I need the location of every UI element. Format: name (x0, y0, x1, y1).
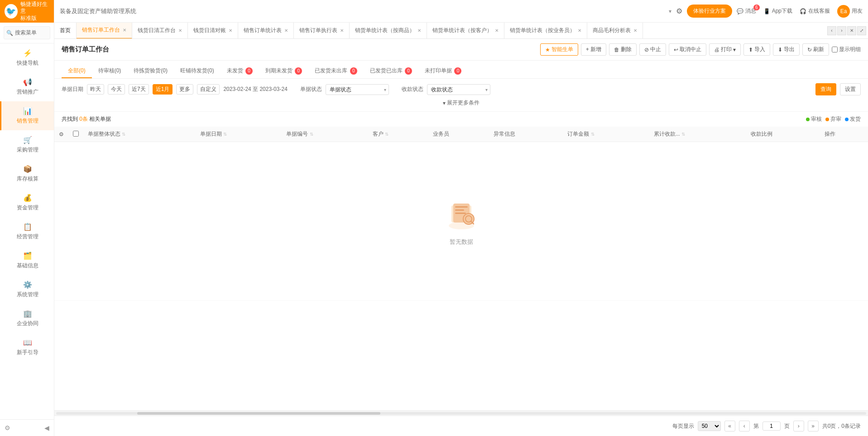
show-detail-checkbox-label[interactable]: 显示明细 (832, 46, 861, 53)
th-checkbox[interactable] (68, 127, 83, 142)
tab-sales-exec[interactable]: 销售订单执行表 ✕ (294, 23, 350, 39)
horizontal-scrollbar[interactable] (54, 410, 868, 416)
tab-sales-by-product[interactable]: 销货单统计表（按商品） ✕ (350, 23, 427, 39)
search-menu-button[interactable]: 🔍 搜索菜单 (4, 26, 50, 39)
sub-tab-not-shipped[interactable]: 未发货 0 (221, 64, 259, 78)
solution-button[interactable]: 体验行业方案 (687, 5, 732, 18)
tab-home[interactable]: 首页 (54, 23, 77, 39)
tab-gross-profit-close-icon[interactable]: ✕ (633, 28, 637, 33)
sidebar-item-enterprise[interactable]: 🏢 企业协同 (0, 304, 54, 333)
show-detail-checkbox[interactable] (832, 47, 838, 52)
logo-line2: 标准版 (20, 15, 49, 22)
date-custom-button[interactable]: 自定义 (197, 84, 220, 95)
date-today-button[interactable]: 今天 (108, 84, 125, 95)
select-all-checkbox[interactable] (73, 131, 79, 137)
quicknav-icon: ⚡ (23, 49, 32, 57)
tab-next-button[interactable]: › (837, 26, 846, 35)
collected-sort-icon[interactable]: ⇅ (681, 132, 685, 137)
tab-cash-reconcile[interactable]: 钱货日清对账 ✕ (188, 23, 238, 39)
tab-sales-workbench[interactable]: 销售订单工作台 ✕ (77, 23, 132, 39)
sidebar-item-guide[interactable]: 📖 新手引导 (0, 333, 54, 362)
sub-tab-wangpu[interactable]: 旺铺待发货(0) (174, 64, 221, 78)
sidebar-item-operations[interactable]: 📋 经营管理 (0, 217, 54, 246)
tab-sales-workbench-close-icon[interactable]: ✕ (123, 28, 126, 33)
status-select[interactable]: 单据状态 (326, 84, 389, 95)
tab-sales-by-staff[interactable]: 销货单统计表（按业务员） ✕ (504, 23, 587, 39)
tab-cash-daily[interactable]: 钱货日清工作台 ✕ (132, 23, 188, 39)
sidebar-item-system[interactable]: ⚙️ 系统管理 (0, 275, 54, 304)
refresh-button[interactable]: ↻ 刷新 (802, 43, 829, 56)
print-button[interactable]: 🖨 打印 ▾ (709, 43, 741, 56)
tab-prev-button[interactable]: ‹ (827, 26, 836, 35)
sub-tab-all-label: 全部(0) (68, 67, 86, 74)
tab-sales-by-staff-close-icon[interactable]: ✕ (578, 28, 581, 33)
filter-settings-button[interactable]: 设置 (840, 83, 861, 95)
service-button[interactable]: 🎧 在线客服 (800, 7, 830, 15)
batch-ship-button[interactable]: 发货 (845, 115, 861, 123)
sub-tab-all[interactable]: 全部(0) (62, 64, 92, 78)
tab-sales-by-customer-close-icon[interactable]: ✕ (495, 28, 499, 33)
smart-create-button[interactable]: ★ 智能生单 (540, 43, 578, 56)
prev-page-button[interactable]: ‹ (739, 421, 750, 431)
batch-review-button[interactable]: 审核 (806, 115, 822, 123)
first-page-button[interactable]: « (724, 421, 735, 431)
date-yesterday-button[interactable]: 昨天 (87, 84, 104, 95)
tab-sales-by-product-close-icon[interactable]: ✕ (417, 28, 421, 33)
sub-tab-pending-review[interactable]: 待审核(0) (92, 64, 128, 78)
tab-sales-by-customer[interactable]: 销货单统计表（按客户） ✕ (427, 23, 504, 39)
sidebar-item-inventory[interactable]: 📦 库存核算 (0, 159, 54, 188)
system-title-chevron-icon[interactable]: ▾ (669, 8, 671, 14)
date-month-button[interactable]: 近1月 (153, 84, 173, 95)
message-button[interactable]: 💬 消息 6 (737, 7, 756, 15)
number-sort-icon[interactable]: ⇅ (310, 132, 313, 137)
sidebar-item-marketing[interactable]: 📢 营销推广 (0, 72, 54, 101)
sidebar-collapse-button[interactable]: ◀ (44, 424, 49, 431)
sidebar-settings-button[interactable]: ⚙ (5, 424, 10, 431)
sub-tab-pending-inspect[interactable]: 待拣货验货(0) (127, 64, 174, 78)
query-button[interactable]: 查询 (815, 83, 836, 95)
batch-anti-review-button[interactable]: 弃审 (825, 115, 841, 123)
payment-select[interactable]: 收款状态 (427, 84, 490, 95)
empty-text: 暂无数据 (450, 238, 473, 246)
th-config[interactable]: ⚙ (54, 127, 68, 142)
tab-fullscreen-button[interactable]: ⤢ (857, 26, 866, 35)
tab-sales-stats[interactable]: 销售订单统计表 ✕ (238, 23, 294, 39)
next-page-button[interactable]: › (793, 421, 804, 431)
sidebar-item-purchase[interactable]: 🛒 采购管理 (0, 130, 54, 159)
import-button[interactable]: ⬆ 导入 (743, 43, 770, 56)
delete-button[interactable]: 🗑 删除 (609, 43, 637, 56)
date-sort-icon[interactable]: ⇅ (223, 132, 227, 137)
tab-cash-daily-close-icon[interactable]: ✕ (178, 28, 182, 33)
sidebar-item-finance[interactable]: 💰 资金管理 (0, 188, 54, 217)
new-button[interactable]: + 新增 (581, 43, 606, 56)
sidebar-item-base[interactable]: 🗂️ 基础信息 (0, 246, 54, 275)
tab-sales-stats-close-icon[interactable]: ✕ (284, 28, 288, 33)
page-input[interactable] (762, 422, 781, 431)
sidebar-item-quicknav[interactable]: ⚡ 快捷导航 (0, 43, 54, 72)
sidebar-item-sales[interactable]: 📊 销售管理 (0, 101, 54, 130)
page-size-select[interactable]: 20 50 100 (698, 421, 721, 431)
app-download-button[interactable]: 📱 App下载 (763, 7, 792, 15)
expand-filter-button[interactable]: ▾ 展开更多条件 (443, 99, 480, 107)
tab-gross-profit[interactable]: 商品毛利分析表 ✕ (587, 23, 643, 39)
tab-close-all-button[interactable]: ✕ (847, 26, 856, 35)
topbar-gear-icon[interactable]: ⚙ (676, 7, 682, 15)
date-more-button[interactable]: 更多 (176, 84, 193, 95)
scrollbar-thumb[interactable] (137, 412, 380, 415)
cancel-stop-button[interactable]: ↩ 取消中止 (669, 43, 706, 56)
export-button[interactable]: ⬇ 导出 (773, 43, 800, 56)
tab-sales-exec-close-icon[interactable]: ✕ (340, 28, 344, 33)
amount-sort-icon[interactable]: ⇅ (591, 132, 595, 137)
tab-cash-reconcile-close-icon[interactable]: ✕ (229, 28, 232, 33)
customer-sort-icon[interactable]: ⇅ (385, 132, 388, 137)
user-button[interactable]: Ea 用友 (837, 5, 863, 18)
content-area: 销售订单工作台 ★ 智能生单 + 新增 🗑 删除 ⊘ 中止 ↩ (54, 39, 868, 436)
last-page-button[interactable]: » (808, 421, 819, 431)
date-7days-button[interactable]: 近7天 (129, 84, 149, 95)
status-sort-icon[interactable]: ⇅ (122, 132, 125, 137)
sub-tab-shipped-out[interactable]: 已发货已出库 0 (364, 64, 418, 78)
stop-button[interactable]: ⊘ 中止 (639, 43, 666, 56)
sub-tab-overdue[interactable]: 到期未发货 0 (259, 64, 308, 78)
sub-tab-not-printed[interactable]: 未打印单据 0 (418, 64, 468, 78)
sub-tab-shipped-not-out[interactable]: 已发货未出库 0 (308, 64, 363, 78)
